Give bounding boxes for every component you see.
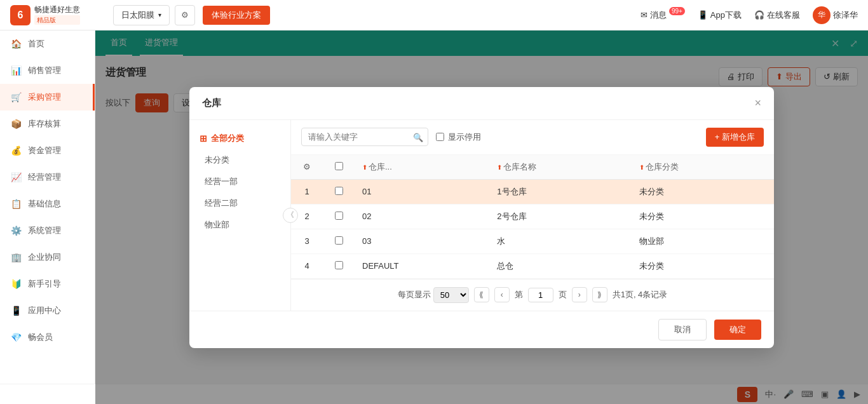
first-page-button[interactable]: ⟪	[474, 287, 489, 302]
table-row[interactable]: 4 DEFAULT 总仓 未分类	[291, 253, 774, 278]
sidebar-label-basic: 基础信息	[28, 198, 61, 210]
category-dept1[interactable]: 经营一部	[189, 171, 290, 192]
search-input-wrap: 🔍	[301, 128, 428, 146]
cell-code: 01	[355, 179, 489, 204]
notifications-item[interactable]: ✉ 消息 99+	[641, 10, 685, 21]
category-property[interactable]: 物业部	[189, 214, 290, 236]
sidebar-label-inventory: 库存核算	[28, 118, 61, 130]
sidebar-item-basic[interactable]: 📋 基础信息	[0, 191, 95, 217]
collapse-panel-button[interactable]: 《	[283, 208, 298, 223]
modal-overlay: 仓库 × ⊞ 全部分类 未分类 经营	[95, 30, 868, 404]
sidebar-item-guide[interactable]: 🔰 新手引导	[0, 271, 95, 297]
show-disabled-text: 显示停用	[448, 131, 481, 143]
table-row[interactable]: 3 03 水 物业部	[291, 229, 774, 253]
row-checkbox[interactable]	[335, 236, 343, 245]
settings-icon[interactable]: ⚙	[175, 5, 195, 25]
last-page-button[interactable]: ⟫	[592, 287, 607, 302]
finance-icon: 💰	[10, 145, 22, 156]
sidebar-item-sales[interactable]: 📊 销售管理	[0, 57, 95, 84]
page-size-dropdown[interactable]: 10 20 50 100	[433, 287, 469, 303]
show-disabled-checkbox[interactable]	[436, 133, 444, 141]
dialog-close-button[interactable]: ×	[754, 97, 761, 109]
cell-name: 2号仓库	[489, 204, 632, 229]
logo-area: 6 畅捷通好生意 精品版	[10, 5, 105, 25]
cell-name: 总仓	[489, 253, 632, 278]
sidebar-item-enterprise[interactable]: 🏢 企业协同	[0, 244, 95, 271]
add-warehouse-button[interactable]: + 新增仓库	[706, 128, 764, 147]
sidebar: 🏠 首页 📊 销售管理 🛒 采购管理 📦 库存核算 💰 资金管理 📈 经营管理 …	[0, 30, 95, 404]
purchase-icon: 🛒	[10, 91, 22, 103]
cell-checkbox[interactable]	[323, 204, 355, 229]
confirm-button[interactable]: 确定	[714, 320, 761, 340]
category-dept2[interactable]: 经营二部	[189, 192, 290, 214]
cell-category: 未分类	[632, 179, 774, 204]
cell-no: 3	[291, 229, 323, 253]
select-all-checkbox[interactable]	[335, 162, 343, 170]
page-number-input[interactable]	[528, 288, 553, 302]
table-row[interactable]: 2 02 2号仓库 未分类	[291, 204, 774, 229]
content-area: 🏠 首页 📊 销售管理 🛒 采购管理 📦 库存核算 💰 资金管理 📈 经营管理 …	[0, 30, 868, 404]
cancel-button[interactable]: 取消	[658, 319, 707, 340]
customer-service-item[interactable]: 🎧 在线客服	[754, 10, 800, 21]
row-checkbox[interactable]	[335, 212, 343, 220]
table-row[interactable]: 1 01 1号仓库 未分类	[291, 179, 774, 204]
row-checkbox[interactable]	[335, 187, 343, 195]
app-icon: 📱	[10, 305, 22, 316]
sidebar-item-vip[interactable]: 💎 畅会员	[0, 324, 95, 351]
sidebar-item-app[interactable]: 📱 应用中心	[0, 297, 95, 324]
sort-icon-name: ⬆	[497, 164, 502, 171]
sidebar-label-finance: 资金管理	[28, 145, 61, 156]
cell-code: 03	[355, 229, 489, 253]
col-name[interactable]: ⬆仓库名称	[489, 155, 632, 180]
show-disabled-label[interactable]: 显示停用	[436, 131, 481, 143]
search-bar: 🔍 显示停用 + 新增仓库	[291, 120, 774, 155]
trial-button[interactable]: 体验行业方案	[203, 6, 270, 25]
user-item[interactable]: 华 徐泽华	[813, 6, 858, 24]
sidebar-item-operation[interactable]: 📈 经营管理	[0, 164, 95, 191]
sidebar-item-system[interactable]: ⚙️ 系统管理	[0, 217, 95, 244]
sidebar-label-app: 应用中心	[28, 305, 61, 316]
sort-icon-category: ⬆	[639, 164, 644, 171]
operation-icon: 📈	[10, 172, 22, 183]
prev-page-button[interactable]: ‹	[494, 287, 510, 302]
all-categories-item[interactable]: ⊞ 全部分类	[189, 128, 290, 149]
category-panel: ⊞ 全部分类 未分类 经营一部 经营二部 物业部	[189, 120, 291, 311]
cell-checkbox[interactable]	[323, 179, 355, 204]
top-header: 6 畅捷通好生意 精品版 日太阳膜 ▾ ⚙ 体验行业方案 ✉ 消息 99+ 📱 …	[0, 0, 868, 30]
chevron-down-icon: ▾	[158, 11, 161, 18]
sidebar-label-vip: 畅会员	[28, 332, 53, 343]
phone-icon: 📱	[698, 10, 708, 20]
cell-no: 4	[291, 253, 323, 278]
basic-icon: 📋	[10, 198, 22, 210]
store-selector[interactable]: 日太阳膜 ▾	[113, 5, 170, 25]
next-page-button[interactable]: ›	[572, 287, 587, 302]
search-icon[interactable]: 🔍	[413, 132, 423, 142]
sidebar-item-inventory[interactable]: 📦 库存核算	[0, 111, 95, 137]
search-input[interactable]	[301, 128, 428, 146]
message-icon: ✉	[641, 10, 648, 20]
col-code[interactable]: ⬆仓库...	[355, 155, 489, 180]
logo-badge: 精品版	[34, 15, 80, 25]
notification-label: 消息	[650, 10, 667, 21]
sidebar-label-purchase: 采购管理	[28, 91, 61, 103]
sidebar-label-guide: 新手引导	[28, 278, 61, 290]
dialog-body: ⊞ 全部分类 未分类 经营一部 经营二部 物业部	[189, 120, 774, 311]
sidebar-item-purchase[interactable]: 🛒 采购管理	[0, 84, 95, 111]
col-category[interactable]: ⬆仓库分类	[632, 155, 774, 180]
store-name: 日太阳膜	[121, 10, 154, 21]
sidebar-item-home[interactable]: 🏠 首页	[0, 30, 95, 57]
warehouse-table: ⚙ ⬆仓库... ⬆仓库名称 ⬆仓库分类 1	[291, 155, 774, 279]
col-checkbox[interactable]	[323, 155, 355, 180]
col-gear[interactable]: ⚙	[291, 155, 323, 180]
main-content: 首页 进货管理 ✕ ⤢ 进货管理 🖨 打印 ⬆ 导出	[95, 30, 868, 404]
cell-name: 水	[489, 229, 632, 253]
sort-icon-code: ⬆	[362, 164, 367, 171]
sidebar-label-home: 首页	[28, 38, 44, 50]
notification-badge: 99+	[669, 7, 685, 15]
cell-checkbox[interactable]	[323, 253, 355, 278]
app-download-item[interactable]: 📱 App下载	[698, 10, 742, 21]
cell-checkbox[interactable]	[323, 229, 355, 253]
row-checkbox[interactable]	[335, 261, 343, 269]
category-uncategorized[interactable]: 未分类	[189, 149, 290, 171]
sidebar-item-finance[interactable]: 💰 资金管理	[0, 137, 95, 164]
